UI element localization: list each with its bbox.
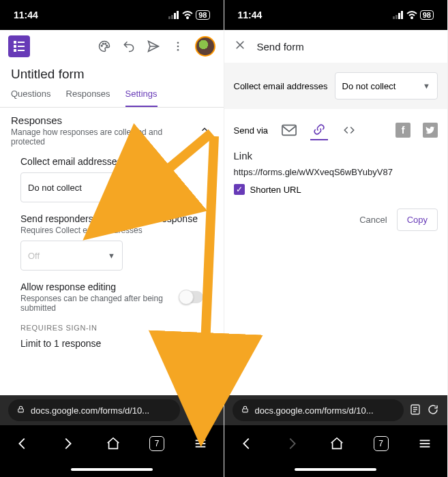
svg-rect-29 <box>401 11 403 19</box>
responses-section-header[interactable]: Responses Manage how responses are colle… <box>0 108 224 151</box>
svg-point-15 <box>177 42 179 44</box>
avatar[interactable] <box>195 36 215 57</box>
browser-bottom-nav: 7 <box>0 425 224 462</box>
more-icon[interactable] <box>170 39 185 54</box>
undo-icon[interactable] <box>121 39 136 54</box>
tabs-icon[interactable]: 7 <box>374 436 389 451</box>
twitter-icon[interactable] <box>423 123 438 138</box>
collect-email-select[interactable]: Do not collect ▼ <box>335 72 438 99</box>
svg-rect-7 <box>14 45 16 48</box>
send-icon[interactable] <box>146 39 161 54</box>
battery-icon: 98 <box>420 10 434 20</box>
forward-icon <box>283 435 301 452</box>
forms-logo-icon <box>8 35 30 57</box>
svg-rect-2 <box>174 13 176 19</box>
dialog-buttons: Cancel Copy <box>224 199 448 241</box>
settings-content: Responses Manage how responses are colle… <box>0 108 224 395</box>
home-icon[interactable] <box>104 435 122 452</box>
signin-section-label: REQUIRES SIGN-IN <box>0 318 224 332</box>
tab-responses[interactable]: Responses <box>66 89 110 107</box>
status-time: 11:44 <box>238 10 393 20</box>
checkbox-checked-icon[interactable]: ✓ <box>234 184 245 195</box>
menu-icon[interactable] <box>416 435 434 452</box>
limit-response-setting: Limit to 1 response <box>0 332 224 355</box>
wifi-icon <box>406 11 417 19</box>
send-via-row: Send via f <box>224 109 448 146</box>
link-icon[interactable] <box>310 120 328 140</box>
svg-point-4 <box>187 17 188 18</box>
tabs-icon[interactable]: 7 <box>149 436 164 451</box>
lock-icon <box>241 405 250 416</box>
svg-point-30 <box>411 17 413 18</box>
close-icon[interactable] <box>234 39 246 55</box>
svg-rect-31 <box>282 125 296 136</box>
app-header <box>0 30 224 63</box>
phone-left: 11:44 98 Untitled form Questions Respons… <box>0 0 224 477</box>
url-pill[interactable]: docs.google.com/forms/d/10... <box>233 399 404 421</box>
back-icon[interactable] <box>14 435 31 452</box>
embed-icon[interactable] <box>340 120 358 140</box>
browser-bottom-nav: 7 <box>224 425 448 462</box>
send-copy-setting: Send responders a copy of their response… <box>0 208 224 276</box>
allow-edit-setting: Allow response editing Responses can be … <box>0 276 224 318</box>
shorten-url-row[interactable]: ✓ Shorten URL <box>234 184 438 195</box>
svg-point-11 <box>101 45 102 46</box>
svg-rect-10 <box>18 50 25 51</box>
url-text: docs.google.com/forms/d/10... <box>255 405 374 416</box>
reader-icon[interactable] <box>185 403 198 418</box>
signal-icon <box>393 11 404 19</box>
svg-rect-18 <box>18 409 24 412</box>
cancel-button[interactable]: Cancel <box>359 215 387 225</box>
link-url[interactable]: https://forms.gle/wWXveqS6wBYubyV87 <box>234 167 438 177</box>
tabs: Questions Responses Settings <box>0 82 224 108</box>
menu-icon[interactable] <box>192 435 209 452</box>
copy-button[interactable]: Copy <box>397 209 438 231</box>
svg-rect-26 <box>393 16 395 19</box>
home-icon[interactable] <box>328 435 346 452</box>
svg-rect-9 <box>14 49 16 52</box>
chevron-down-icon: ▼ <box>108 251 115 260</box>
collect-email-bar: Collect email addresses Do not collect ▼ <box>224 63 448 109</box>
tab-questions[interactable]: Questions <box>11 89 51 107</box>
forward-icon[interactable] <box>59 435 76 452</box>
svg-point-14 <box>106 45 107 46</box>
form-title: Untitled form <box>0 63 224 82</box>
svg-rect-3 <box>177 11 179 19</box>
svg-rect-6 <box>18 42 25 43</box>
url-text: docs.google.com/forms/d/10... <box>31 405 149 416</box>
send-title: Send form <box>257 41 304 52</box>
svg-point-17 <box>177 49 179 51</box>
svg-rect-27 <box>395 15 398 19</box>
battery-icon: 98 <box>196 10 209 20</box>
phone-right: 11:44 98 Send form Collect email address… <box>224 0 449 477</box>
collect-email-setting: Collect email addresses Do not collect ▼ <box>0 151 224 208</box>
status-time: 11:44 <box>14 10 168 20</box>
chevron-down-icon: ▼ <box>423 82 430 90</box>
reload-icon[interactable] <box>427 403 439 418</box>
url-pill[interactable]: docs.google.com/forms/d/10... <box>8 399 180 421</box>
tab-settings[interactable]: Settings <box>125 89 158 107</box>
collect-email-select[interactable]: Do not collect ▼ <box>20 172 123 202</box>
browser-url-bar: docs.google.com/forms/d/10... <box>224 395 448 425</box>
chevron-down-icon: ▼ <box>108 183 115 191</box>
limit-response-toggle[interactable] <box>180 337 203 350</box>
palette-icon[interactable] <box>97 39 112 54</box>
svg-point-12 <box>102 43 104 44</box>
email-icon[interactable] <box>280 120 298 140</box>
svg-rect-32 <box>242 409 248 412</box>
svg-point-13 <box>104 43 106 44</box>
home-indicator <box>0 462 224 477</box>
facebook-icon[interactable]: f <box>395 123 410 138</box>
browser-url-bar: docs.google.com/forms/d/10... <box>0 395 224 425</box>
reload-icon[interactable] <box>203 403 215 418</box>
svg-rect-28 <box>398 13 400 19</box>
section-subtitle: Manage how responses are collected and p… <box>11 127 196 147</box>
svg-point-16 <box>177 46 179 48</box>
back-icon[interactable] <box>238 435 256 452</box>
wifi-icon <box>182 11 193 19</box>
send-copy-select[interactable]: Off ▼ <box>20 241 123 271</box>
signal-icon <box>168 11 179 19</box>
svg-rect-5 <box>14 41 16 44</box>
reader-icon[interactable] <box>409 403 421 418</box>
allow-edit-toggle[interactable] <box>180 291 203 303</box>
